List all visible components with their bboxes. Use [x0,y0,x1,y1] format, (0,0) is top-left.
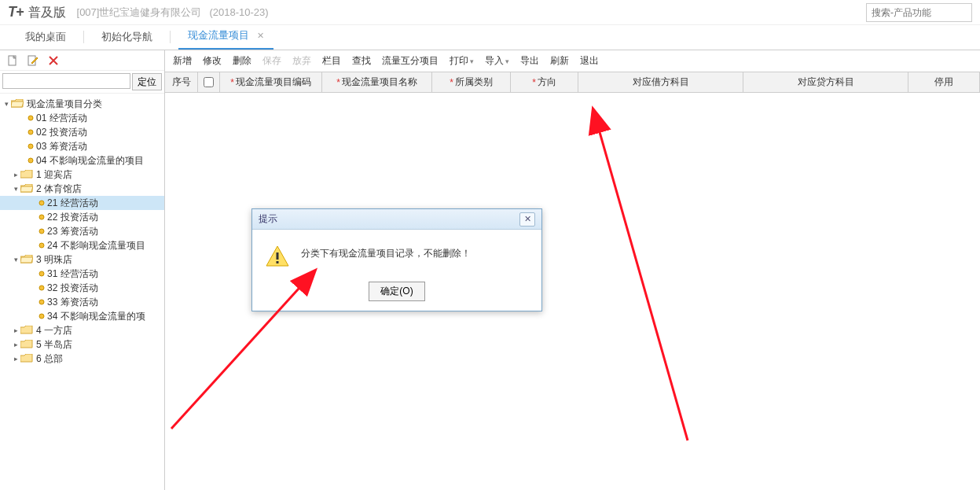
tb-refresh[interactable]: 刷新 [550,54,569,68]
tree-node-02[interactable]: 02 投资活动 [0,125,164,139]
bullet-icon [38,270,46,278]
tree-node-01[interactable]: 01 经营活动 [0,111,164,125]
tree-node-31[interactable]: 31 经营活动 [0,267,164,281]
th-direction-label: 方向 [538,76,556,89]
tree-node-g6[interactable]: ▸6 总部 [0,352,164,366]
tb-col[interactable]: 栏目 [322,54,341,68]
bullet-icon [38,312,46,320]
tree-node-33[interactable]: 33 筹资活动 [0,295,164,309]
delete-icon[interactable] [47,54,60,67]
node-label: 6 总部 [36,352,63,366]
th-debit[interactable]: 对应借方科目 [578,72,743,92]
content-toolbar: 新增 修改 删除 保存 放弃 栏目 查找 流量互分项目 打印▾ 导入▾ 导出 刷… [165,50,980,72]
expander-icon[interactable]: ▸ [11,352,20,366]
bullet-icon [38,199,46,207]
dialog-titlebar[interactable]: 提示 ✕ [252,209,541,230]
node-label: 23 筹资活动 [47,224,98,238]
dialog-ok-button[interactable]: 确定(O) [369,282,424,301]
new-doc-icon[interactable] [6,54,19,67]
expander-icon[interactable]: ▾ [11,182,20,196]
locate-button[interactable]: 定位 [132,73,162,90]
tree-node-g3[interactable]: ▾3 明珠店 [0,252,164,267]
svg-rect-15 [277,261,279,263]
tb-del[interactable]: 删除 [233,54,251,68]
bullet-icon [38,213,46,221]
tab-close-icon[interactable]: ✕ [257,31,264,40]
th-checkbox[interactable] [198,72,220,92]
node-label: 5 半岛店 [36,337,72,352]
th-name[interactable]: *现金流量项目名称 [322,72,432,92]
tb-import-label: 导入 [485,55,504,66]
app-header: T+ 普及版 [007]世纪宝迪健身有限公司 (2018-10-23) [0,0,980,25]
tree-node-g4[interactable]: ▸4 一方店 [0,323,164,337]
tree: ▾ 现金流量项目分类 01 经营活动 02 投资活动 03 筹资活动 04 不影… [0,94,164,490]
tree-node-04[interactable]: 04 不影响现金流量的项目 [0,153,164,168]
bullet-icon [38,227,46,235]
tree-node-22[interactable]: 22 投资活动 [0,210,164,224]
folder-open-icon [11,98,24,109]
tree-node-21[interactable]: 21 经营活动 [0,196,164,210]
folder-icon [20,169,33,180]
expander-icon[interactable]: ▸ [11,337,20,352]
tb-find[interactable]: 查找 [352,54,371,68]
node-label: 22 投资活动 [47,210,98,224]
tb-export[interactable]: 导出 [520,54,539,68]
table-header: 序号 *现金流量项目编码 *现金流量项目名称 *所属类别 *方向 对应借方科目 … [165,72,980,93]
th-credit[interactable]: 对应贷方科目 [743,72,908,92]
node-label: 04 不影响现金流量的项目 [36,153,144,168]
tb-mutual[interactable]: 流量互分项目 [382,54,439,68]
tree-node-g1[interactable]: ▸1 迎宾店 [0,168,164,182]
th-seq[interactable]: 序号 [165,72,198,92]
expander-icon[interactable]: ▸ [11,323,20,337]
dialog-close-button[interactable]: ✕ [519,212,535,227]
th-disable[interactable]: 停用 [908,72,980,92]
svg-point-7 [39,215,44,219]
tab-cash[interactable]: 现金流量项目 ✕ [178,23,273,50]
tb-import[interactable]: 导入▾ [485,54,509,68]
node-label: 4 一方店 [36,323,72,337]
tb-print-label: 打印 [450,55,468,66]
dialog-title-text: 提示 [259,212,277,226]
node-label: 现金流量项目分类 [27,97,102,111]
tab-desktop-label: 我的桌面 [25,31,66,42]
tree-node-g5[interactable]: ▸5 半岛店 [0,337,164,352]
expander-icon[interactable]: ▸ [11,168,20,182]
node-label: 21 经营活动 [47,196,98,210]
tab-desktop[interactable]: 我的桌面 [16,24,75,50]
tab-separator [83,31,84,43]
th-code[interactable]: *现金流量项目编码 [220,72,322,92]
header-search [866,3,972,22]
tree-root[interactable]: ▾ 现金流量项目分类 [0,97,164,111]
logo: T+ 普及版 [8,4,66,21]
expander-icon[interactable]: ▾ [11,252,20,267]
node-label: 32 投资活动 [47,281,98,295]
tb-add[interactable]: 新增 [173,54,192,68]
node-label: 3 明珠店 [36,252,72,267]
company-label: [007]世纪宝迪健身有限公司 [77,6,202,20]
tree-search-input[interactable] [2,73,130,89]
expander-icon[interactable]: ▾ [2,97,11,111]
bullet-icon [27,128,35,136]
search-input[interactable] [866,3,972,22]
folder-icon [20,325,33,336]
tree-node-23[interactable]: 23 筹资活动 [0,224,164,238]
select-all-checkbox[interactable] [204,77,214,87]
warning-icon [265,244,290,269]
tree-node-g2[interactable]: ▾2 体育馆店 [0,182,164,196]
tb-exit[interactable]: 退出 [580,54,599,68]
tb-abandon: 放弃 [292,54,311,68]
th-direction[interactable]: *方向 [511,72,578,92]
tab-init-nav[interactable]: 初始化导航 [92,24,162,50]
svg-point-3 [28,130,33,134]
tree-node-32[interactable]: 32 投资活动 [0,281,164,295]
tb-print[interactable]: 打印▾ [450,54,474,68]
tree-node-24[interactable]: 24 不影响现金流量项目 [0,238,164,252]
svg-point-8 [39,229,44,234]
edit-doc-icon[interactable] [27,54,39,67]
th-category[interactable]: *所属类别 [432,72,511,92]
alert-dialog: 提示 ✕ 分类下有现金流量项目记录，不能删除！ 确定(O) [251,208,542,311]
tree-node-03[interactable]: 03 筹资活动 [0,139,164,153]
tb-edit[interactable]: 修改 [203,54,222,68]
tree-node-34[interactable]: 34 不影响现金流量的项 [0,309,164,323]
sidebar-search-row: 定位 [0,71,164,94]
